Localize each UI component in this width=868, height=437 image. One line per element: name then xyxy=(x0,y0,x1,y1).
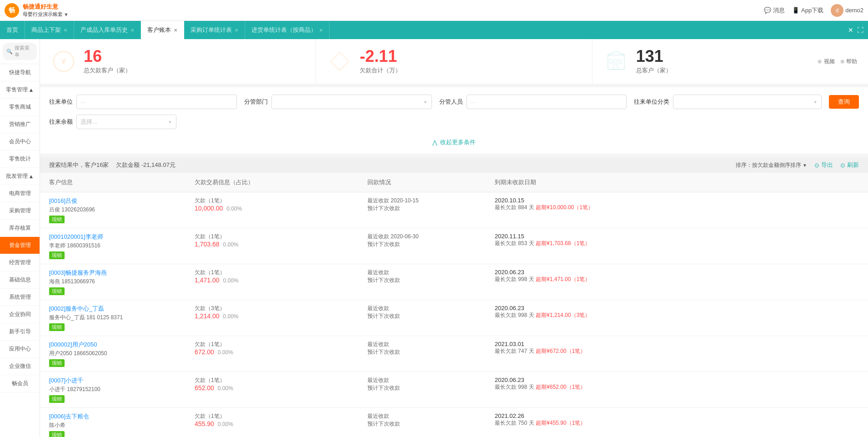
overdue-amount-4[interactable]: 超期¥672.00（1笔） xyxy=(536,348,586,354)
customer-phone-4: 用户2050 18665062050 xyxy=(49,350,176,357)
sidebar-item-inventory[interactable]: 库存核算 xyxy=(0,220,40,237)
overdue-amount-0[interactable]: 超期¥10,000.00（1笔） xyxy=(536,204,593,211)
debt-count-5: 欠款（1笔） xyxy=(195,377,349,384)
debt-count-4: 欠款（1笔） xyxy=(195,341,349,348)
sidebar-item-member[interactable]: 会员中心 xyxy=(0,133,40,151)
tab-expand-icon[interactable]: ⛶ xyxy=(857,26,863,34)
next-collect-2: 预计下次收款 xyxy=(367,276,477,284)
overdue-amount-2[interactable]: 超期¥1,471.00（1笔） xyxy=(536,276,590,282)
app-download-btn[interactable]: 📱 App下载 xyxy=(792,6,823,15)
filter-collapse-btn[interactable]: ⋀ 收起更多条件 xyxy=(49,135,859,146)
refresh-btn[interactable]: ⊙ 刷新 xyxy=(840,161,859,169)
message-icon: 💬 xyxy=(764,7,771,14)
customer-name-3[interactable]: [0002]服务中心_丁磊 xyxy=(49,305,104,312)
debt-pct-5: 0.00% xyxy=(218,385,233,392)
sidebar-item-operations[interactable]: 经营管理 xyxy=(0,254,40,271)
sidebar-item-basic-info[interactable]: 基础信息 xyxy=(0,271,40,289)
app-subtitle: 母婴行业演示账套 xyxy=(23,11,63,18)
customer-name-1[interactable]: [0001020001]李老师 xyxy=(49,233,103,240)
username: demo2 xyxy=(845,7,863,14)
filter-unit: 往来单位 ··· xyxy=(49,95,237,109)
stat-value-total-customers: 131 xyxy=(636,48,672,65)
video-action[interactable]: ⊙ 视频 xyxy=(818,58,834,65)
filter-person-dots: ··· xyxy=(471,99,476,105)
help-action[interactable]: ⊙ 帮助 xyxy=(840,58,857,65)
svg-rect-5 xyxy=(619,60,622,63)
debt-count-6: 欠款（1笔） xyxy=(195,412,349,420)
search-button[interactable]: 查询 xyxy=(829,95,859,109)
filter-row-1: 往来单位 ··· 分管部门 ▼ 分管人员 ··· xyxy=(49,95,859,109)
export-btn[interactable]: ⊙ 导出 xyxy=(814,161,833,169)
message-btn[interactable]: 💬 消息 xyxy=(764,6,785,15)
tab-stock-history-close[interactable]: ✕ xyxy=(130,28,134,33)
sidebar-item-system[interactable]: 系统管理 xyxy=(0,289,40,306)
sidebar-item-retail-mgmt[interactable]: 零售管理 ▲ xyxy=(0,81,40,99)
sidebar-item-retail-stats[interactable]: 零售统计 xyxy=(0,151,40,168)
debt-pct-0: 0.00% xyxy=(226,206,242,212)
td-customer-3: [0002]服务中心_丁磊 服务中心_丁磊 181 0125 8371 现销 xyxy=(40,300,186,336)
sidebar-item-enterprise-label: 企业协同 xyxy=(9,311,31,317)
customer-tag-3: 现销 xyxy=(49,323,65,331)
sidebar-item-marketing[interactable]: 营销推广 xyxy=(0,116,40,133)
sidebar-search-box[interactable]: 🔍 搜索菜单 xyxy=(3,43,37,60)
tab-product-shelves[interactable]: 商品上下架 ✕ xyxy=(25,21,74,39)
customer-name-0[interactable]: [0016]吕俊 xyxy=(49,197,77,204)
overdue-amount-6[interactable]: 超期¥455.90（1笔） xyxy=(536,420,586,426)
sidebar-item-apps[interactable]: 应用中心 xyxy=(0,341,40,358)
td-debt-6: 欠款（1笔） 455.900.00% xyxy=(186,408,358,437)
customer-name-6[interactable]: [0006]去下粮仓 xyxy=(49,413,89,420)
sidebar-item-member-club[interactable]: 畅会员 xyxy=(0,375,40,392)
tab-collapse-icon[interactable]: ✕ xyxy=(848,26,853,34)
tab-stock-stats[interactable]: 进货单统计表（按商品） ✕ xyxy=(245,21,330,39)
td-debt-4: 欠款（1笔） 672.000.00% xyxy=(186,336,358,372)
sidebar-item-finance[interactable]: 资金管理 xyxy=(0,237,40,254)
sidebar-item-operations-label: 经营管理 xyxy=(9,259,31,266)
table-row: [0006]去下粮仓 陈小希 现销 欠款（1笔） 455.900.00% 最近收… xyxy=(40,408,868,437)
sidebar-nav: 快捷导航 零售管理 ▲ 零售商城 营销推广 会员中心 零售统计 批发管理 ▲ xyxy=(0,64,40,437)
overdue-amount-1[interactable]: 超期¥1,703.68（1笔） xyxy=(536,240,590,246)
filter-unit-input[interactable]: ··· xyxy=(76,95,237,109)
customer-name-4[interactable]: [000002]用户2050 xyxy=(49,341,97,348)
user-menu[interactable]: d demo2 xyxy=(831,4,863,17)
tab-home[interactable]: 首页 xyxy=(0,21,25,39)
filter-category-input[interactable]: ▼ xyxy=(673,95,822,109)
overdue-days-5: 最长欠款 998 天 xyxy=(495,384,534,390)
tab-purchase-order-close[interactable]: ✕ xyxy=(235,28,238,33)
overdue-amount-5[interactable]: 超期¥652.00（1笔） xyxy=(536,384,586,390)
top-bar: 畅 畅捷通好生意 母婴行业演示账套 ▼ 💬 消息 📱 App下载 d demo2 xyxy=(0,0,868,21)
subtitle-arrow[interactable]: ▼ xyxy=(64,12,69,17)
td-collect-3: 最近收款 预计下次收款 xyxy=(358,300,486,336)
stat-label-debt-customers: 总欠款客户（家） xyxy=(84,66,131,75)
filter-dept-input[interactable]: ▼ xyxy=(271,95,432,109)
tab-customer-ledger-close[interactable]: ✕ xyxy=(174,28,177,33)
customer-name-2[interactable]: [0003]畅捷服务尹海燕 xyxy=(49,269,107,276)
customer-name-5[interactable]: [0007]小进千 xyxy=(49,377,83,384)
sidebar-item-wholesale-mgmt[interactable]: 批发管理 ▲ xyxy=(0,168,40,185)
sidebar-item-guide[interactable]: 新手引导 xyxy=(0,323,40,341)
filter-category-arrow: ▼ xyxy=(813,100,818,105)
customer-tag-6: 现销 xyxy=(49,431,65,437)
tab-customer-ledger[interactable]: 客户账本 ✕ xyxy=(141,21,184,39)
sidebar-item-quick-nav[interactable]: 快捷导航 xyxy=(0,64,40,81)
filter-balance: 往来余额 选择... ▼ xyxy=(49,115,176,129)
tab-stock-stats-close[interactable]: ✕ xyxy=(319,28,323,33)
tab-purchase-order[interactable]: 采购订单统计表 ✕ xyxy=(184,21,245,39)
sidebar-item-retail-shop[interactable]: 零售商城 xyxy=(0,99,40,116)
filter-balance-input[interactable]: 选择... ▼ xyxy=(76,115,176,129)
sidebar-item-purchase[interactable]: 采购管理 xyxy=(0,202,40,220)
overdue-amount-3[interactable]: 超期¥1,214.00（3笔） xyxy=(536,312,590,318)
sidebar-item-ecommerce[interactable]: 电商管理 xyxy=(0,185,40,202)
sidebar-item-enterprise[interactable]: 企业协同 xyxy=(0,306,40,323)
next-collect-3: 预计下次收款 xyxy=(367,312,477,320)
customer-phone-2: 海燕 18513066976 xyxy=(49,278,176,286)
sidebar-item-wechat[interactable]: 企业微信 xyxy=(0,358,40,375)
tab-product-shelves-close[interactable]: ✕ xyxy=(64,28,67,33)
filter-person-input[interactable]: ··· xyxy=(467,95,627,109)
tab-stock-history[interactable]: 产成品入库单历史 ✕ xyxy=(74,21,141,39)
data-table: 客户信息 欠款交易信息（占比） 回款情况 到期未收款日期 [0016]吕俊 吕俊… xyxy=(40,173,868,437)
th-due-date: 到期未收款日期 xyxy=(486,173,868,192)
td-debt-3: 欠款（3笔） 1,214.000.00% xyxy=(186,300,358,336)
td-due-4: 2021.03.01 最长欠款 747 天 超期¥672.00（1笔） xyxy=(486,336,868,372)
last-collect-5: 最近收款 xyxy=(367,377,477,384)
refresh-label: 刷新 xyxy=(847,161,859,169)
